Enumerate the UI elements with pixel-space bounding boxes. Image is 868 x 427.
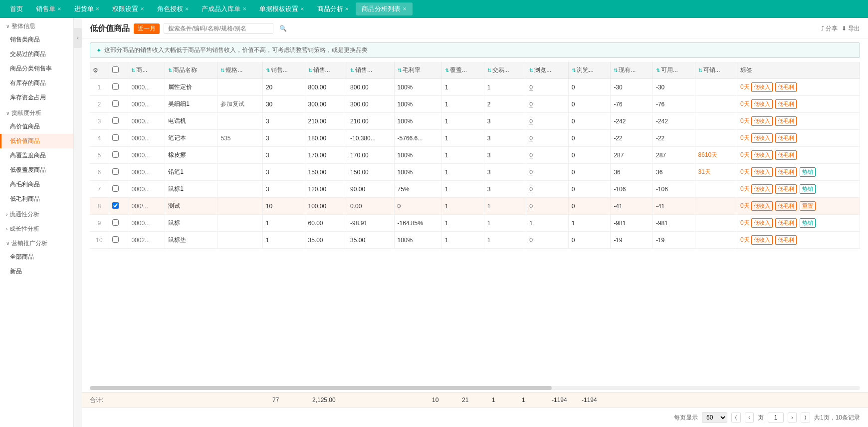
sidebar-item-全部商品[interactable]: 全部商品: [0, 250, 73, 264]
sidebar-item-新品[interactable]: 新品: [0, 264, 73, 279]
sidebar-item-交易过的商品[interactable]: 交易过的商品: [0, 47, 73, 61]
nav-item-权限设置[interactable]: 权限设置×: [106, 2, 150, 15]
close-tab-icon[interactable]: ×: [242, 5, 246, 12]
col-settings[interactable]: ⚙: [90, 62, 109, 79]
row-code: 0000...: [128, 181, 165, 198]
section-label: 流通性分析: [9, 210, 39, 219]
sidebar-item-有库存的商品[interactable]: 有库存的商品: [0, 76, 73, 90]
close-tab-icon[interactable]: ×: [403, 5, 407, 12]
page-input[interactable]: [768, 413, 784, 423]
first-page-button[interactable]: ⟨: [731, 413, 741, 423]
prev-page-button[interactable]: ‹: [745, 413, 754, 423]
close-tab-icon[interactable]: ×: [300, 5, 304, 12]
row-views1[interactable]: 0: [526, 79, 569, 96]
views-link[interactable]: 0: [529, 135, 533, 142]
nav-item-产成品入库单[interactable]: 产成品入库单×: [196, 2, 252, 15]
views-link[interactable]: 0: [529, 101, 533, 108]
row-checkbox[interactable]: [109, 79, 128, 96]
views-link[interactable]: 0: [529, 186, 533, 193]
share-button[interactable]: ⤴ 分享: [821, 24, 838, 33]
sidebar: ∨ 整体信息销售类商品交易过的商品商品分类销售率有库存的商品库存资金占用∨ 贡献…: [0, 18, 74, 427]
horizontal-scrollbar[interactable]: [90, 386, 860, 390]
views-link[interactable]: 0: [529, 237, 533, 244]
sidebar-item-商品分类销售率[interactable]: 商品分类销售率: [0, 61, 73, 76]
search-input[interactable]: [164, 23, 273, 34]
sidebar-section-贡献度分析[interactable]: ∨ 贡献度分析: [0, 105, 73, 119]
nav-item-商品分析[interactable]: 商品分析×: [311, 2, 355, 15]
row-current-stock: -106: [611, 181, 653, 198]
row-current-stock: 287: [611, 147, 653, 164]
row-views1[interactable]: 0: [526, 113, 569, 130]
row-checkbox[interactable]: [109, 164, 128, 181]
date-filter-button[interactable]: 近一月: [134, 23, 160, 34]
tag-low-margin: 低毛利: [775, 116, 797, 126]
close-tab-icon[interactable]: ×: [96, 5, 100, 12]
sidebar-item-高毛利商品[interactable]: 高毛利商品: [0, 177, 73, 192]
total-sales-qty: 77: [269, 396, 309, 405]
views-link[interactable]: 0: [529, 118, 533, 125]
row-sellable: [695, 96, 737, 113]
sidebar-section-成长性分析[interactable]: › 成长性分析: [0, 221, 73, 235]
search-icon[interactable]: 🔍: [279, 25, 287, 32]
sidebar-section-营销推广分析[interactable]: ∨ 营销推广分析: [0, 235, 73, 250]
sidebar-item-销售类商品[interactable]: 销售类商品: [0, 32, 73, 47]
row-select-checkbox[interactable]: [112, 83, 119, 90]
row-select-checkbox[interactable]: [112, 185, 119, 192]
sidebar-item-库存资金占用[interactable]: 库存资金占用: [0, 90, 73, 105]
sidebar-item-低毛利商品[interactable]: 低毛利商品: [0, 192, 73, 206]
row-select-checkbox[interactable]: [112, 134, 119, 141]
row-select-checkbox[interactable]: [112, 202, 119, 209]
nav-item-首页[interactable]: 首页: [4, 2, 29, 15]
close-tab-icon[interactable]: ×: [57, 5, 61, 12]
nav-item-进货单[interactable]: 进货单×: [68, 2, 106, 15]
views-link[interactable]: 0: [529, 203, 533, 210]
row-checkbox[interactable]: [109, 113, 128, 130]
last-page-button[interactable]: ⟩: [801, 413, 810, 423]
row-select-checkbox[interactable]: [112, 219, 119, 226]
next-page-button[interactable]: ›: [788, 413, 797, 423]
row-code: 0000...: [128, 113, 165, 130]
row-views1[interactable]: 0: [526, 147, 569, 164]
row-select-checkbox[interactable]: [112, 100, 119, 107]
row-views1[interactable]: 0: [526, 164, 569, 181]
sidebar-item-低覆盖度商品[interactable]: 低覆盖度商品: [0, 163, 73, 177]
sidebar-item-高价值商品[interactable]: 高价值商品: [0, 119, 73, 134]
row-checkbox[interactable]: [109, 147, 128, 164]
export-button[interactable]: ⬇ 导出: [842, 24, 860, 33]
views-link[interactable]: 0: [529, 169, 533, 176]
row-checkbox[interactable]: [109, 96, 128, 113]
nav-item-角色授权[interactable]: 角色授权×: [151, 2, 195, 15]
views-link[interactable]: 1: [529, 220, 533, 227]
row-checkbox[interactable]: [109, 181, 128, 198]
page-size-select[interactable]: 50 100 200: [702, 412, 727, 423]
row-select-checkbox[interactable]: [112, 236, 119, 243]
nav-item-单据模板设置[interactable]: 单据模板设置×: [253, 2, 310, 15]
row-views1[interactable]: 0: [526, 198, 569, 215]
close-tab-icon[interactable]: ×: [185, 5, 189, 12]
close-tab-icon[interactable]: ×: [140, 5, 144, 12]
views-link[interactable]: 0: [529, 84, 533, 91]
row-checkbox[interactable]: [109, 130, 128, 147]
close-tab-icon[interactable]: ×: [345, 5, 349, 12]
select-all-checkbox[interactable]: [112, 66, 119, 73]
views-link[interactable]: 0: [529, 152, 533, 159]
row-views1[interactable]: 1: [526, 215, 569, 232]
row-checkbox[interactable]: [109, 232, 128, 249]
row-select-checkbox[interactable]: [112, 151, 119, 158]
sidebar-section-流通性分析[interactable]: › 流通性分析: [0, 206, 73, 221]
row-select-checkbox[interactable]: [112, 117, 119, 124]
nav-item-商品分析列表[interactable]: 商品分析列表×: [356, 2, 413, 15]
row-views1[interactable]: 0: [526, 96, 569, 113]
sidebar-collapse-button[interactable]: ‹: [74, 28, 82, 48]
row-select-checkbox[interactable]: [112, 168, 119, 175]
nav-item-销售单[interactable]: 销售单×: [30, 2, 67, 15]
sidebar-section-整体信息[interactable]: ∨ 整体信息: [0, 18, 73, 32]
row-views1[interactable]: 0: [526, 130, 569, 147]
sidebar-item-高覆盖度商品[interactable]: 高覆盖度商品: [0, 148, 73, 163]
row-views1[interactable]: 0: [526, 181, 569, 198]
row-checkbox[interactable]: [109, 215, 128, 232]
row-views1[interactable]: 0: [526, 232, 569, 249]
sidebar-item-低价值商品[interactable]: 低价值商品: [0, 134, 73, 148]
row-coverage: 1: [442, 130, 484, 147]
row-checkbox[interactable]: [109, 198, 128, 215]
